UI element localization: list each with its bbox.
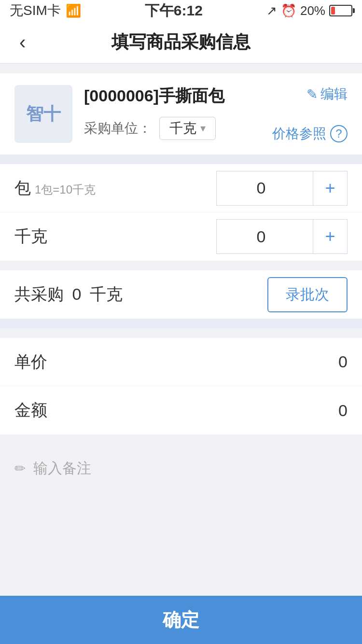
price-ref-label: 价格参照 (272, 125, 326, 143)
status-left: 无SIM卡 📶 (10, 1, 81, 20)
amount-row: 金额 0 (0, 386, 362, 434)
section-divider-1 (0, 154, 362, 164)
summary-value: 0 (72, 285, 81, 303)
dropdown-arrow-icon: ▾ (200, 122, 206, 135)
summary-text: 共采购 0 千克 (14, 283, 267, 306)
confirm-button-label: 确定 (163, 608, 199, 632)
unit-selector[interactable]: 千克 ▾ (159, 117, 216, 140)
carrier-text: 无SIM卡 (10, 1, 61, 20)
batch-button[interactable]: 录批次 (267, 277, 348, 312)
back-icon: ‹ (19, 31, 26, 53)
help-icon: ? (330, 125, 348, 142)
kg-plus-icon: + (325, 226, 335, 247)
package-sublabel: 1包=10千克 (35, 183, 96, 196)
kg-input[interactable] (216, 219, 313, 254)
summary-label: 共采购 (14, 285, 64, 303)
wifi-icon: 📶 (66, 3, 81, 18)
alarm-icon: ⏰ (281, 3, 296, 18)
status-time: 下午6:12 (145, 1, 203, 21)
thumb-text: 智十 (26, 102, 61, 126)
product-card: 智十 [0000006]手撕面包 采购单位： 千克 ▾ ✎ 编辑 价格参照 ? (0, 73, 362, 154)
package-input[interactable] (216, 171, 313, 206)
unit-price-value: 0 (338, 352, 348, 371)
edit-icon: ✎ (306, 86, 318, 102)
content: 智十 [0000006]手撕面包 采购单位： 千克 ▾ ✎ 编辑 价格参照 ? (0, 73, 362, 551)
package-number-input-wrapper: + (216, 171, 348, 206)
summary-section: 共采购 0 千克 录批次 (0, 270, 362, 319)
status-right: ↗ ⏰ 20% (266, 3, 352, 18)
kg-number-input-wrapper: + (216, 219, 348, 254)
back-button[interactable]: ‹ (14, 27, 30, 58)
package-input-row: 包1包=10千克 + (0, 164, 362, 212)
edit-label: 编辑 (320, 85, 348, 103)
nav-bar: ‹ 填写商品采购信息 (0, 21, 362, 64)
summary-row: 共采购 0 千克 录批次 (0, 270, 362, 319)
battery-fill (331, 7, 335, 14)
unit-price-label: 单价 (14, 351, 338, 373)
batch-btn-label: 录批次 (286, 286, 329, 302)
remark-placeholder: 输入备注 (33, 459, 91, 478)
edit-button[interactable]: ✎ 编辑 (306, 85, 348, 103)
kg-plus-button[interactable]: + (313, 219, 348, 254)
unit-price-row: 单价 0 (0, 338, 362, 386)
section-divider-2 (0, 319, 362, 328)
summary-unit: 千克 (90, 285, 123, 303)
kg-label: 千克 (14, 225, 216, 248)
battery-indicator (329, 5, 352, 16)
remark-icon: ✏ (14, 461, 26, 476)
unit-label: 采购单位： (84, 119, 152, 138)
battery-percent: 20% (300, 3, 325, 18)
location-icon: ↗ (266, 3, 277, 18)
status-bar: 无SIM卡 📶 下午6:12 ↗ ⏰ 20% (0, 0, 362, 21)
package-label: 包1包=10千克 (14, 177, 216, 199)
confirm-button[interactable]: 确定 (0, 596, 362, 644)
detail-section: 单价 0 金额 0 (0, 338, 362, 434)
remark-section[interactable]: ✏ 输入备注 (0, 444, 362, 493)
kg-input-row: 千克 + (0, 212, 362, 261)
product-thumbnail: 智十 (14, 85, 72, 143)
price-ref-button[interactable]: 价格参照 ? (272, 125, 348, 143)
package-plus-button[interactable]: + (313, 171, 348, 206)
amount-label: 金额 (14, 399, 338, 421)
page-title: 填写商品采购信息 (111, 30, 251, 54)
amount-value: 0 (338, 401, 348, 420)
package-plus-icon: + (325, 178, 335, 198)
unit-value: 千克 (169, 119, 196, 138)
input-section: 包1包=10千克 + 千克 + (0, 164, 362, 261)
